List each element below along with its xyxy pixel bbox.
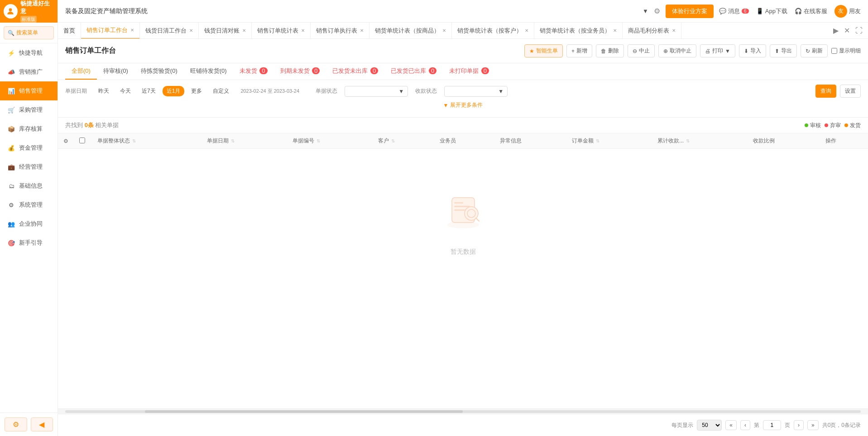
user-menu[interactable]: 友 用友 [834,5,861,18]
sub-tab-overdue[interactable]: 到期未发货 0 [274,63,326,80]
sub-tab-unprinted[interactable]: 未打印单据 0 [443,63,495,80]
date-btn-more[interactable]: 更多 [187,86,206,96]
topbar-settings-icon[interactable]: ⚙ [654,7,660,15]
tab-close-cash-daily[interactable]: ✕ [189,28,193,33]
sort-collected-icon[interactable]: ⇅ [686,138,690,143]
refresh-button[interactable]: ↻ 刷新 [801,44,828,57]
import-button[interactable]: ⬇ 导入 [739,44,766,57]
sidebar-item-quick-nav[interactable]: ⚡ 快捷导航 [0,43,58,62]
tab-summary-product[interactable]: 销货单统计表（按商品） ✕ [369,23,452,39]
system-dropdown[interactable]: ▼ [643,8,648,14]
first-page-button[interactable]: « [725,420,737,430]
show-detail-checkbox[interactable] [831,48,837,54]
cancel-stop-button[interactable]: ⊕ 取消中止 [658,44,696,57]
horizontal-scrollbar[interactable] [58,408,868,414]
expand-conditions-button[interactable]: ▼ 展开更多条件 [443,101,483,109]
payment-select[interactable]: ▼ [444,86,508,97]
date-btn-7days[interactable]: 近7天 [138,86,160,96]
industry-solution-button[interactable]: 体验行业方案 [666,5,714,18]
tab-close-gross-profit[interactable]: ✕ [672,28,676,33]
sort-amount-icon[interactable]: ⇅ [596,138,599,143]
query-button[interactable]: 查询 [815,85,836,98]
th-checkbox[interactable] [74,133,92,149]
sub-tab-unshipped[interactable]: 未发货 0 [233,63,274,80]
sub-tab-shipped-not-out[interactable]: 已发货未出库 0 [326,63,384,80]
tab-sales-workbench[interactable]: 销售订单工作台 ✕ [81,23,140,39]
smart-generate-button[interactable]: ★ 智能生单 [524,44,563,57]
tab-cash-daily[interactable]: 钱货日清工作台 ✕ [140,23,199,39]
date-btn-today[interactable]: 今天 [116,86,135,96]
import-icon: ⬇ [744,48,748,54]
page-input[interactable] [763,420,781,430]
last-page-button[interactable]: » [807,420,819,430]
tab-scroll-right-button[interactable]: ▶ [831,24,840,37]
sidebar-item-sales[interactable]: 📊 销售管理 [0,81,58,100]
per-page-select[interactable]: 50 100 200 [697,420,722,431]
scrollbar-thumb[interactable] [145,410,463,413]
sidebar-settings-button[interactable]: ⚙ [5,417,27,431]
next-page-button[interactable]: › [794,420,804,430]
page-title: 销售订单工作台 [65,46,116,56]
filter-row-1: 单据日期 昨天 今天 近7天 近1月 更多 自定义 2023-02-24 至 2… [65,85,861,98]
tab-close-all-button[interactable]: ✕ [842,24,852,37]
sub-tab-all[interactable]: 全部(0) [65,63,97,80]
app-download-button[interactable]: 📱 App下载 [756,7,787,15]
sub-tab-wangpu[interactable]: 旺铺待发货(0) [184,63,233,80]
tab-cash-reconcile[interactable]: 钱货日清对账 ✕ [199,23,252,39]
export-button[interactable]: ⬆ 导出 [770,44,797,57]
stop-button[interactable]: ⊖ 中止 [628,44,655,57]
delete-button[interactable]: 🗑 删除 [596,44,624,57]
date-btn-yesterday[interactable]: 昨天 [94,86,113,96]
sidebar-item-corp[interactable]: 👥 企业协同 [0,214,58,233]
avatar: 友 [834,5,847,18]
add-button[interactable]: + 新增 [566,44,592,57]
select-all-checkbox[interactable] [79,137,85,143]
tab-gross-profit[interactable]: 商品毛利分析表 ✕ [623,23,681,39]
tab-sales-stats[interactable]: 销售订单统计表 ✕ [252,23,311,39]
sort-customer-icon[interactable]: ⇅ [391,138,395,143]
sidebar-item-base[interactable]: 🗂 基础信息 [0,176,58,195]
sidebar-item-guide[interactable]: 🎯 新手引导 [0,233,58,252]
tab-home[interactable]: 首页 [58,23,81,39]
tab-close-sales-exec[interactable]: ✕ [360,28,364,33]
tab-close-summary-product[interactable]: ✕ [442,28,446,33]
tab-close-summary-staff[interactable]: ✕ [613,28,617,33]
sub-tab-shipped-out[interactable]: 已发货已出库 0 [384,63,443,80]
message-button[interactable]: 💬 消息 6 [719,7,749,15]
tab-summary-customer[interactable]: 销货单统计表（按客户） ✕ [452,23,534,39]
sort-status-icon[interactable]: ⇅ [132,138,136,143]
sidebar-item-operations[interactable]: 💼 经营管理 [0,157,58,176]
filter-settings-button[interactable]: 设置 [840,85,861,98]
batch-buttons: 审核 弃审 发货 [805,122,861,129]
sidebar-item-inventory[interactable]: 📦 库存核算 [0,119,58,138]
sidebar-collapse-button[interactable]: ◀ [31,417,53,431]
date-btn-custom[interactable]: 自定义 [209,86,233,96]
sidebar-item-marketing[interactable]: 📣 营销推广 [0,62,58,81]
tab-summary-staff[interactable]: 销货单统计表（按业务员） ✕ [534,23,623,39]
tab-close-sales-workbench[interactable]: ✕ [130,28,134,33]
online-service-button[interactable]: 🎧 在线客服 [795,7,827,15]
th-settings[interactable]: ⚙ [58,133,74,149]
batch-approve-button[interactable]: 审核 [805,122,821,129]
tab-close-cash-reconcile[interactable]: ✕ [242,28,246,33]
tab-close-sales-stats[interactable]: ✕ [301,28,305,33]
sidebar-item-system[interactable]: ⚙ 系统管理 [0,195,58,214]
sidebar-item-purchase[interactable]: 🛒 采购管理 [0,100,58,119]
tab-sales-exec[interactable]: 销售订单执行表 ✕ [311,23,369,39]
sidebar-item-finance[interactable]: 💰 资金管理 [0,138,58,157]
tab-fullscreen-button[interactable]: ⛶ [854,25,864,37]
sort-number-icon[interactable]: ⇅ [317,138,320,143]
batch-reject-button[interactable]: 弃审 [825,122,841,129]
sort-date-icon[interactable]: ⇅ [231,138,235,143]
date-btn-1month[interactable]: 近1月 [163,86,185,96]
print-button[interactable]: 🖨 打印 ▼ [700,44,735,57]
show-detail-label[interactable]: 显示明细 [831,47,861,55]
sub-tab-pending-inspect[interactable]: 待拣货验货(0) [134,63,184,80]
status-select[interactable]: ▼ [345,86,408,97]
prev-page-button[interactable]: ‹ [740,420,750,430]
tab-close-summary-customer[interactable]: ✕ [525,28,528,33]
sub-tab-pending-review[interactable]: 待审核(0) [97,63,134,80]
search-menu-button[interactable]: 🔍 搜索菜单 [4,26,54,39]
date-filter-label: 单据日期 [65,87,87,95]
batch-ship-button[interactable]: 发货 [844,122,861,129]
